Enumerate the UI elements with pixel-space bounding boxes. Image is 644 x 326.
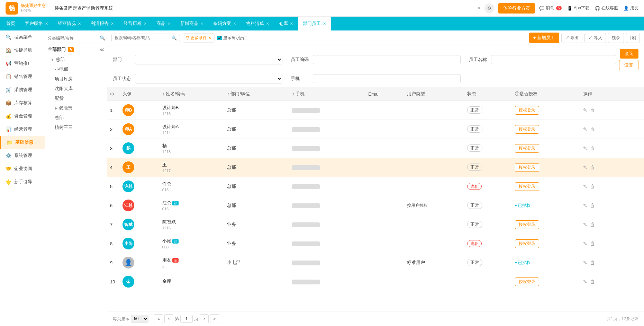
auth-btn[interactable]: 授权登录	[515, 125, 539, 134]
dept-tree-item-总部[interactable]: 总部	[45, 113, 107, 123]
nav-item-条码方案[interactable]: 条码方案✕	[208, 17, 241, 30]
nav-close-icon[interactable]: ✕	[78, 21, 81, 26]
delete-icon[interactable]: 🗑	[590, 146, 595, 151]
nav-item-部门员工[interactable]: 部门员工✕	[298, 17, 331, 30]
experience-button[interactable]: 体验行业方案	[498, 3, 535, 14]
auth-btn[interactable]: 授权登录	[515, 163, 539, 172]
edit-icon[interactable]: ✎	[583, 260, 587, 265]
emp-name-input[interactable]	[491, 55, 616, 64]
nav-close-icon[interactable]: ✕	[233, 21, 236, 26]
sidebar-item-企业协同[interactable]: 🤝企业协同	[0, 162, 45, 175]
auth-btn[interactable]: 授权登录	[515, 220, 539, 229]
employee-search-input[interactable]	[115, 35, 170, 40]
nav-close-icon[interactable]: ✕	[200, 21, 203, 26]
auth-btn[interactable]: 授权登录	[515, 144, 539, 153]
delete-icon[interactable]: 🗑	[590, 203, 595, 208]
dept-tree-item-配货[interactable]: 配货	[45, 94, 107, 103]
print-button[interactable]: | 刷	[626, 33, 640, 43]
phone-filter-input[interactable]	[313, 74, 460, 83]
more-conditions-btn[interactable]: ▽ 更多条件 ∧	[183, 33, 215, 43]
nav-item-物料清单[interactable]: 物料清单✕	[241, 17, 274, 30]
user-item[interactable]: 👤 用友	[624, 5, 638, 11]
nav-item-经营情况[interactable]: 经营情况✕	[53, 17, 86, 30]
emp-code-input[interactable]	[313, 55, 460, 64]
edit-icon[interactable]: ✎	[583, 146, 587, 151]
set-button[interactable]: 设置	[619, 60, 638, 70]
delete-icon[interactable]: 🗑	[590, 260, 595, 265]
message-item[interactable]: 💬 消息 5	[539, 5, 562, 11]
nav-close-icon[interactable]: ✕	[290, 21, 293, 26]
per-page-select[interactable]: 50 20 100	[131, 315, 148, 323]
sidebar-item-系统管理[interactable]: ⚙️系统管理	[0, 149, 45, 162]
prev-page-btn[interactable]: ‹	[164, 314, 173, 323]
sidebar-item-搜索菜单[interactable]: 🔍搜索菜单	[0, 30, 45, 44]
dept-tree-item-植树王三[interactable]: 植树王三	[45, 123, 107, 132]
edit-icon[interactable]: ✎	[583, 279, 587, 284]
export-button[interactable]: ↗ 导出	[561, 33, 582, 43]
sidebar-item-快捷导航[interactable]: 🏠快捷导航	[0, 44, 45, 57]
nav-close-icon[interactable]: ✕	[266, 21, 269, 26]
dept-tree-item-沈阳大库[interactable]: 沈阳大库	[45, 84, 107, 94]
nav-item-仓库[interactable]: 仓库✕	[274, 17, 298, 30]
nav-close-icon[interactable]: ✕	[144, 21, 147, 26]
delete-icon[interactable]: 🗑	[590, 222, 595, 227]
dept-search-icon[interactable]: 🔍	[100, 35, 105, 41]
sidebar-item-销售管理[interactable]: 📋销售管理	[0, 70, 45, 83]
nav-item-利润报告[interactable]: 利润报告✕	[86, 17, 119, 30]
edit-icon[interactable]: ✎	[583, 241, 587, 246]
next-page-btn[interactable]: ›	[200, 314, 209, 323]
nav-item-新增商品[interactable]: 新增商品✕	[175, 17, 208, 30]
delete-icon[interactable]: 🗑	[590, 126, 595, 132]
auth-btn[interactable]: 授权登录	[515, 277, 539, 286]
show-resigned-checkbox[interactable]: 显示离职员工	[217, 35, 248, 41]
dept-tree-item-项目库房[interactable]: 项目库房	[45, 74, 107, 84]
nav-item-经营历程[interactable]: 经营历程✕	[119, 17, 152, 30]
nav-item-商品[interactable]: 商品✕	[152, 17, 175, 30]
search-icon[interactable]: 🔍	[171, 35, 177, 41]
show-resigned-input[interactable]	[217, 36, 222, 40]
edit-icon[interactable]: ✎	[583, 126, 587, 132]
delete-icon[interactable]: 🗑	[590, 107, 595, 113]
dept-edit-icon[interactable]: ✎	[68, 47, 74, 52]
col-phone[interactable]: ↕ 手机	[289, 87, 365, 101]
edit-icon[interactable]: ✎	[583, 203, 587, 208]
first-page-btn[interactable]: «	[154, 314, 163, 323]
sidebar-item-资金管理[interactable]: 💰资金管理	[0, 109, 45, 123]
col-dept[interactable]: ↕ 部门/职位	[224, 87, 289, 101]
app-download-item[interactable]: 📱 App下载	[567, 5, 589, 11]
sidebar-item-新手引导[interactable]: 🌟新手引导	[0, 175, 45, 188]
nav-item-首页[interactable]: 首页	[1, 17, 20, 30]
sidebar-item-基础信息[interactable]: 📁基础信息	[0, 136, 45, 149]
edit-icon[interactable]: ✎	[583, 107, 587, 113]
delete-icon[interactable]: 🗑	[590, 241, 595, 246]
nav-close-icon[interactable]: ✕	[45, 21, 48, 26]
page-number-input[interactable]	[180, 315, 193, 323]
dept-tree-item-小电部[interactable]: 小电部	[45, 64, 107, 74]
delete-icon[interactable]: 🗑	[590, 184, 595, 189]
dept-filter-select[interactable]	[135, 55, 282, 64]
dept-tree-item-总部[interactable]: ▼总部	[45, 55, 107, 64]
edit-icon[interactable]: ✎	[583, 222, 587, 227]
online-service-item[interactable]: 🎧 在线客服	[595, 5, 618, 11]
nav-close-icon[interactable]: ✕	[167, 21, 171, 26]
query-button[interactable]: 查询	[620, 49, 638, 59]
auth-btn[interactable]: 授权登录	[515, 106, 539, 115]
dept-tree-item-双鹿想[interactable]: ▶双鹿想	[45, 103, 107, 113]
sidebar-item-采购管理[interactable]: 🛒采购管理	[0, 83, 45, 96]
nav-close-icon[interactable]: ✕	[323, 21, 326, 26]
edit-icon[interactable]: ✎	[583, 184, 587, 189]
delete-icon[interactable]: 🗑	[590, 165, 595, 170]
import-button[interactable]: ↙ 导入	[584, 33, 606, 43]
status-filter-select[interactable]	[135, 74, 282, 83]
auth-btn[interactable]: 授权登录	[515, 239, 539, 248]
delete-icon[interactable]: 🗑	[590, 279, 595, 284]
sidebar-item-经营管理[interactable]: 📊经营管理	[0, 123, 45, 136]
auth-btn[interactable]: 授权登录	[515, 182, 539, 191]
view-button[interactable]: 视录	[608, 33, 624, 43]
gear-icon[interactable]: ⚙	[484, 3, 494, 13]
dropdown-arrow[interactable]: ▾	[478, 6, 480, 11]
dept-collapse-icon[interactable]: ≪	[99, 47, 104, 52]
nav-item-客户联络[interactable]: 客户联络✕	[20, 17, 53, 30]
nav-close-icon[interactable]: ✕	[111, 21, 114, 26]
dept-search-input[interactable]	[48, 36, 100, 41]
